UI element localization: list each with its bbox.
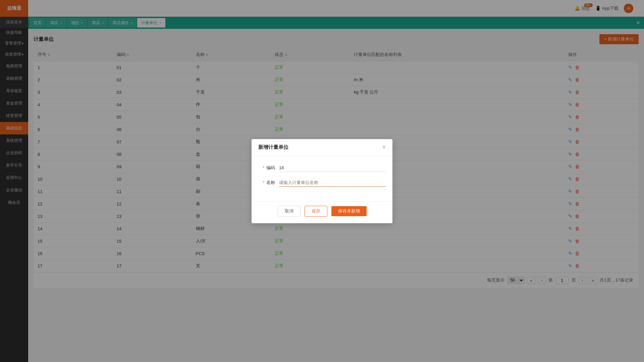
modal-overlay: 新增计量单位 × * 编码 * 名称 取消 保存 保存并新增 bbox=[0, 0, 644, 362]
code-label: * 编码 bbox=[258, 165, 275, 171]
modal-title: 新增计量单位 bbox=[258, 144, 288, 150]
modal-header: 新增计量单位 × bbox=[252, 139, 392, 156]
name-input[interactable] bbox=[279, 179, 386, 187]
cancel-button[interactable]: 取消 bbox=[278, 206, 301, 217]
modal-footer: 取消 保存 保存并新增 bbox=[252, 201, 392, 223]
required-mark: * bbox=[263, 180, 264, 185]
form-row-code: * 编码 bbox=[258, 164, 386, 172]
required-mark: * bbox=[263, 165, 264, 170]
form-row-name: * 名称 bbox=[258, 179, 386, 187]
name-label: * 名称 bbox=[258, 180, 275, 186]
code-input[interactable] bbox=[279, 164, 386, 172]
add-unit-modal: 新增计量单位 × * 编码 * 名称 取消 保存 保存并新增 bbox=[252, 139, 392, 223]
save-add-button[interactable]: 保存并新增 bbox=[331, 206, 367, 216]
save-button[interactable]: 保存 bbox=[305, 206, 327, 217]
modal-body: * 编码 * 名称 bbox=[252, 156, 392, 201]
modal-close-button[interactable]: × bbox=[382, 144, 386, 151]
